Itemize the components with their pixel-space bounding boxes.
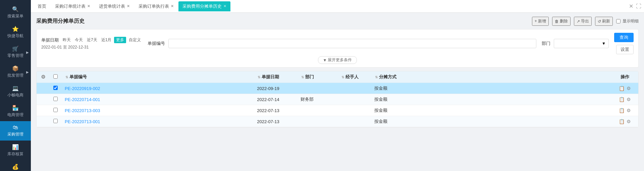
sort-handler-icon: ⇅ xyxy=(341,75,344,79)
sidebar-item-搜索菜单[interactable]: 🔍搜索菜单 xyxy=(0,3,31,22)
sidebar-icon: 💻 xyxy=(1,85,30,91)
row-check[interactable] xyxy=(49,94,61,105)
table-row: PE-20220919-002 2022-09-19 按金额 📋 ⚙ xyxy=(37,83,638,94)
sidebar-label: 零售管理 xyxy=(7,53,23,58)
sidebar-item-电商管理[interactable]: 🏪电商管理 xyxy=(0,101,31,121)
row-check[interactable] xyxy=(49,116,61,127)
more-icon[interactable]: ⚙ xyxy=(627,97,631,102)
close-window-icon[interactable]: ✕ xyxy=(629,3,633,9)
sidebar-item-小畅电商[interactable]: 💻小畅电商 xyxy=(0,82,31,101)
doc-link[interactable]: PE-20220713-001 xyxy=(65,119,100,124)
delete-button[interactable]: 🗑 删除 xyxy=(552,17,571,26)
doc-link[interactable]: PE-20220714-001 xyxy=(65,97,100,102)
col-dept-header: ⇅ 部门 xyxy=(297,71,337,83)
table-row: PE-20220713-003 2022-07-13 按金额 📋 ⚙ xyxy=(37,105,638,116)
tab-close-icon[interactable]: ✕ xyxy=(87,4,90,8)
sidebar-item-零售管理[interactable]: 🛒零售管理▶ xyxy=(0,42,31,62)
sidebar-label: 快捷导航 xyxy=(7,33,23,38)
sidebar-item-采购管理[interactable]: 🛍采购管理 xyxy=(0,121,31,141)
dept-filter: 部门 ▼ xyxy=(542,39,609,48)
col-handler-header: ⇅ 经手人 xyxy=(337,71,371,83)
dept-dropdown-icon: ▼ xyxy=(602,41,606,46)
sidebar-item-资金管理[interactable]: 💰资金管理 xyxy=(0,160,31,171)
expand-window-icon[interactable]: ⛶ xyxy=(636,3,641,9)
export-button[interactable]: ↗ 导出 xyxy=(574,17,592,26)
tab-close-icon[interactable]: ✕ xyxy=(127,4,130,8)
action-icons: 📋 ⚙ xyxy=(615,86,635,91)
tab-采购费用分摊单历史[interactable]: 采购费用分摊单历史✕ xyxy=(178,1,230,11)
row-action: 📋 ⚙ xyxy=(611,94,638,105)
show-cols-toggle[interactable]: 显示明细 xyxy=(616,18,639,24)
row-settings xyxy=(37,105,49,116)
edit-icon[interactable]: 📋 xyxy=(619,97,625,102)
row-dept: 财务部 xyxy=(297,94,337,105)
row-checkbox[interactable] xyxy=(53,119,58,123)
date-shortcut-自定义[interactable]: 自定义 xyxy=(127,37,142,43)
row-checkbox[interactable] xyxy=(53,86,58,90)
add-button[interactable]: + 新增 xyxy=(532,17,549,26)
docno-filter: 单据编号 xyxy=(148,39,536,48)
row-action: 📋 ⚙ xyxy=(611,105,638,116)
col-settings-header[interactable]: ⚙ xyxy=(37,71,49,83)
sort-split-icon: ⇅ xyxy=(375,75,378,79)
refresh-icon: ↺ xyxy=(598,19,601,24)
tab-采购订单统计表[interactable]: 采购订单统计表✕ xyxy=(51,1,94,11)
row-split-method: 按金额 xyxy=(371,94,611,105)
more-icon[interactable]: ⚙ xyxy=(627,119,631,124)
more-icon[interactable]: ⚙ xyxy=(627,86,631,91)
show-cols-checkbox[interactable] xyxy=(616,19,621,23)
row-docno: PE-20220713-001 xyxy=(61,116,254,127)
table-row: PE-20220714-001 2022-07-14 财务部 按金额 📋 ⚙ xyxy=(37,94,638,105)
table-header-row: ⚙ ⇅ 单据编号 ⇅ 单据日期 xyxy=(37,71,638,83)
tab-close-icon[interactable]: ✕ xyxy=(223,4,226,8)
delete-icon: 🗑 xyxy=(555,19,559,24)
row-date: 2022-07-14 xyxy=(254,94,297,105)
tab-首页[interactable]: 首页 xyxy=(34,1,50,11)
refresh-button[interactable]: ↺ 刷新 xyxy=(595,17,613,26)
gear-icon: ⚙ xyxy=(41,74,45,80)
date-shortcut-近7天[interactable]: 近7天 xyxy=(86,37,99,43)
sidebar-item-快捷导航[interactable]: ⭐快捷导航 xyxy=(0,22,31,42)
tab-进货单统计表[interactable]: 进货单统计表✕ xyxy=(95,1,134,11)
edit-icon[interactable]: 📋 xyxy=(619,108,625,113)
row-date: 2022-09-19 xyxy=(254,83,297,94)
row-check[interactable] xyxy=(49,105,61,116)
sidebar-item-批发管理[interactable]: 📦批发管理▶ xyxy=(0,62,31,82)
sort-dept-icon: ⇅ xyxy=(301,75,304,79)
row-checkbox[interactable] xyxy=(53,108,58,112)
search-button[interactable]: 查询 xyxy=(614,33,634,42)
expand-icon: ▼ xyxy=(323,58,327,63)
sidebar-icon: 🔍 xyxy=(1,6,30,12)
sidebar-item-库存核算[interactable]: 📊库存核算 xyxy=(0,141,31,160)
sort-date-icon: ⇅ xyxy=(258,75,260,79)
expand-button[interactable]: ▼ 展开更多条件 xyxy=(318,56,357,64)
dept-label: 部门 xyxy=(542,40,550,47)
date-shortcut-昨天[interactable]: 昨天 xyxy=(61,37,72,43)
sidebar-label: 库存核算 xyxy=(7,152,23,156)
doc-link[interactable]: PE-20220713-003 xyxy=(65,108,100,113)
page-header: 采购费用分摊单历史 + 新增 🗑 删除 ↗ 导出 ↺ 刷新 显示明细 xyxy=(36,17,639,26)
docno-label: 单据编号 xyxy=(148,40,165,47)
tab-close-icon[interactable]: ✕ xyxy=(171,4,174,8)
docno-input[interactable] xyxy=(168,39,536,48)
edit-icon[interactable]: 📋 xyxy=(619,86,625,91)
row-handler xyxy=(337,116,371,127)
date-shortcut-今天[interactable]: 今天 xyxy=(73,37,84,43)
dept-select[interactable]: ▼ xyxy=(554,39,609,48)
table-row: PE-20220713-001 2022-07-13 按金额 📋 ⚙ xyxy=(37,116,638,127)
tab-采购订单执行表[interactable]: 采购订单执行表✕ xyxy=(135,1,178,11)
row-check[interactable] xyxy=(49,83,61,94)
select-all-checkbox[interactable] xyxy=(53,74,58,79)
filter-settings-button[interactable]: 设置 xyxy=(616,45,634,54)
row-checkbox[interactable] xyxy=(53,97,58,101)
edit-icon[interactable]: 📋 xyxy=(619,119,625,124)
date-shortcut-近1月[interactable]: 近1月 xyxy=(100,37,113,43)
expand-row: ▼ 展开更多条件 xyxy=(41,56,634,64)
action-icons: 📋 ⚙ xyxy=(615,119,635,124)
col-check-header[interactable] xyxy=(49,71,61,83)
doc-link[interactable]: PE-20220919-002 xyxy=(65,86,100,91)
row-date: 2022-07-13 xyxy=(254,105,297,116)
row-settings xyxy=(37,83,49,94)
date-shortcut-更多[interactable]: 更多 xyxy=(114,37,126,43)
more-icon[interactable]: ⚙ xyxy=(627,108,631,113)
